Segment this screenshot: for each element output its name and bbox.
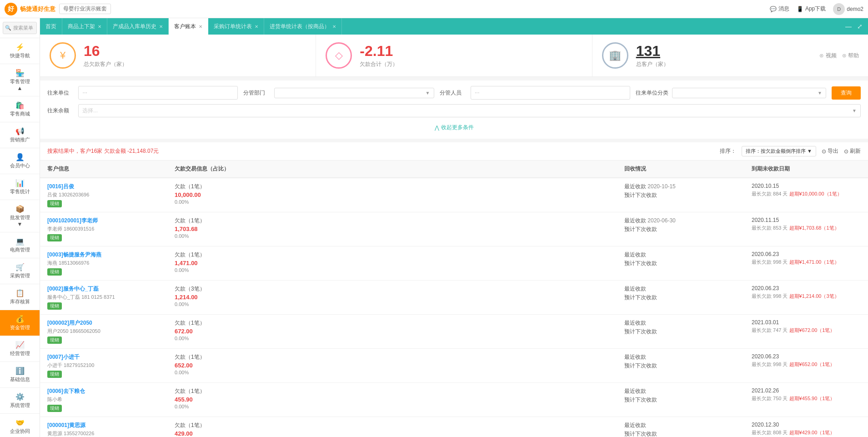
inventory-icon: 📋 [2, 289, 38, 297]
debt-amount-0[interactable]: 10,000.00 [175, 191, 624, 198]
unit-category-select[interactable]: ▼ [672, 88, 826, 98]
close-tab-customer-account[interactable]: ✕ [199, 24, 202, 29]
overdue-1: 最长欠款 853 天 超期¥1,703.68（1笔） [752, 225, 861, 231]
overdue-link-6[interactable]: 超期¥455.90（1笔） [789, 396, 835, 401]
filter-row-2: 往来余额 选择... ▼ [47, 104, 861, 117]
tab-product-status[interactable]: 商品上下架 ✕ [62, 18, 107, 35]
customer-name-7[interactable]: [000001]黄思源 [47, 422, 175, 429]
sidebar-item-retail-mgmt[interactable]: 🏪 零售管理 ▲ [0, 64, 40, 96]
sidebar-item-retail-stats[interactable]: 📊 零售统计 [0, 174, 40, 200]
close-tab-product-status[interactable]: ✕ [98, 24, 101, 29]
sidebar-item-quick-nav[interactable]: ⚡ 快捷导航 [0, 38, 40, 64]
debt-count-0: 欠款（1笔） [175, 183, 624, 191]
overdue-link-5[interactable]: 超期¥652.00（1笔） [789, 362, 835, 367]
debt-ratio-0: 0.00% [175, 199, 624, 205]
stat-info-debt: 16 总欠款客户（家） [84, 43, 127, 68]
user-menu[interactable]: D demo2 [833, 3, 863, 15]
export-btn[interactable]: ⊙ 导出 [822, 147, 838, 155]
retail-mall-icon: 🛍️ [2, 101, 38, 110]
customer-name-4[interactable]: [000002]用户2050 [47, 319, 175, 327]
payback-info-7: 最近收款 预计下次收款 [624, 422, 752, 437]
search-icon: 🔍 [5, 25, 11, 31]
search-button[interactable]: 查询 [832, 86, 861, 100]
message-btn[interactable]: 💬 消息 [770, 5, 789, 13]
tab-product-history[interactable]: 产成品入库单历史 ✕ [107, 18, 169, 35]
debt-amount-6[interactable]: 455.90 [175, 396, 624, 403]
customer-name-0[interactable]: [0016]吕俊 [47, 183, 175, 191]
debt-amount-5[interactable]: 652.00 [175, 362, 624, 369]
sidebar-item-operation-mgmt[interactable]: 📈 经营管理 [0, 336, 40, 362]
sidebar-item-system-mgmt[interactable]: ⚙️ 系统管理 [0, 388, 40, 414]
overdue-link-1[interactable]: 超期¥1,703.68（1笔） [789, 225, 839, 231]
customer-contact-0: 吕俊 13026203696 [47, 191, 175, 198]
marketing-icon: 📢 [2, 127, 38, 136]
debt-amount-7[interactable]: 429.00 [175, 430, 624, 437]
debt-amount-4[interactable]: 672.00 [175, 328, 624, 335]
sidebar-item-inventory[interactable]: 📋 库存核算 [0, 284, 40, 310]
duedate-info-1: 2020.11.15 最长欠款 853 天 超期¥1,703.68（1笔） [752, 217, 861, 231]
customer-name-6[interactable]: [0006]去下粮仓 [47, 387, 175, 395]
close-tab-purchase-summary[interactable]: ✕ [255, 24, 258, 29]
sidebar-item-basic-info[interactable]: ℹ️ 基础信息 [0, 362, 40, 388]
stat-label-total-customers: 总客户（家） [636, 60, 669, 68]
payback-info-1: 最近收款 2020-06-30 预计下次收款 [624, 217, 752, 234]
customer-info-6: [0006]去下粮仓 陈小希 现销 [47, 387, 175, 412]
overdue-0: 最长欠款 884 天 超期¥10,000.00（1笔） [752, 191, 861, 197]
collapse-filters-btn[interactable]: ⋀ 收起更多条件 [47, 122, 861, 133]
search-menu-btn[interactable]: 🔍 搜索菜单 [3, 22, 37, 34]
refresh-btn[interactable]: ⊙ 刷新 [844, 147, 861, 155]
message-icon: 💬 [770, 6, 777, 12]
operation-mgmt-icon: 📈 [2, 341, 38, 349]
customer-contact-1: 李老师 18600391516 [47, 226, 175, 232]
sidebar-item-member-center[interactable]: 👤 会员中心 [0, 148, 40, 174]
app-download-btn[interactable]: 📱 App下载 [797, 5, 826, 13]
customer-name-2[interactable]: [0003]畅捷服务尹海燕 [47, 251, 175, 259]
table-row: [0003]畅捷服务尹海燕 海燕 18513066976 现销 欠款（1笔） 1… [40, 246, 868, 281]
overdue-link-0[interactable]: 超期¥10,000.00（1笔） [789, 191, 842, 196]
balance-select[interactable]: 选择... ▼ [78, 104, 861, 117]
tab-purchase-summary[interactable]: 采购订单统计表 ✕ [208, 18, 264, 35]
next-collect-1: 预计下次收款 [624, 226, 752, 233]
video-btn[interactable]: ⊙ 视频 [819, 52, 836, 60]
table-row: [0006]去下粮仓 陈小希 现销 欠款（1笔） 455.90 0.00% 最近… [40, 383, 868, 417]
sidebar-item-marketing[interactable]: 📢 营销推广 [0, 122, 40, 148]
duedate-info-0: 2020.10.15 最长欠款 884 天 超期¥10,000.00（1笔） [752, 183, 861, 197]
quick-nav-icon: ⚡ [2, 43, 38, 51]
customer-info-3: [0002]服务中心_丁磊 服务中心_丁磊 181 0125 8371 现销 [47, 285, 175, 310]
dept-select[interactable]: ▼ [274, 88, 434, 98]
debt-amount-3[interactable]: 1,214.00 [175, 294, 624, 301]
sidebar-item-ecommerce[interactable]: 💻 电商管理 [0, 232, 40, 258]
customer-name-3[interactable]: [0002]服务中心_丁磊 [47, 285, 175, 293]
overdue-link-2[interactable]: 超期¥1,471.00（1笔） [789, 259, 839, 265]
customer-name-1[interactable]: [0001020001]李老师 [47, 217, 175, 225]
debt-amount-2[interactable]: 1,471.00 [175, 260, 624, 266]
overdue-link-7[interactable]: 超期¥429.00（1笔） [789, 430, 835, 435]
tab-purchase-stats[interactable]: 进货单统计表（按商品） ✕ [264, 18, 342, 35]
due-date-4: 2021.03.01 [752, 319, 861, 326]
customer-info-1: [0001020001]李老师 李老师 18600391516 现销 [47, 217, 175, 241]
tab-home[interactable]: 首页 [40, 18, 62, 35]
overdue-link-4[interactable]: 超期¥672.00（1笔） [789, 327, 835, 333]
help-btn[interactable]: ⊙ 帮助 [842, 52, 859, 60]
tab-customer-account[interactable]: 客户账本 ✕ [169, 18, 208, 35]
sort-select[interactable]: 排序：按欠款金额倒序排序 ▼ [742, 146, 816, 156]
manager-input[interactable]: ··· [471, 86, 630, 100]
source-unit-input[interactable]: ··· [78, 86, 238, 100]
sidebar-item-batch-mgmt[interactable]: 📦 批发管理 ▼ [0, 200, 40, 232]
close-tab-purchase-stats[interactable]: ✕ [332, 24, 336, 29]
overdue-link-3[interactable]: 超期¥1,214.00（3笔） [789, 293, 839, 299]
tab-maximize-btn[interactable]: ⤢ [855, 22, 864, 31]
sidebar-item-enterprise-coop[interactable]: 🤝 企业协同 [0, 414, 40, 437]
close-tab-product-history[interactable]: ✕ [159, 24, 163, 29]
debt-info-6: 欠款（1笔） 455.90 0.00% [175, 387, 624, 409]
debt-amount-1[interactable]: 1,703.68 [175, 226, 624, 232]
sidebar-item-retail-mall[interactable]: 🛍️ 零售商城 [0, 96, 40, 122]
duedate-info-7: 2020.12.30 最长欠款 808 天 超期¥429.00（1笔） [752, 422, 861, 436]
sidebar-item-capital-mgmt[interactable]: 💰 资金管理 [0, 310, 40, 336]
customer-tag-1: 现销 [47, 234, 62, 241]
customer-name-5[interactable]: [0007]小进千 [47, 353, 175, 361]
sidebar-item-purchase-mgmt[interactable]: 🛒 采购管理 [0, 258, 40, 284]
tab-minimize-btn[interactable]: — [843, 22, 853, 31]
company-selector[interactable]: 母婴行业演示账套 [59, 4, 111, 14]
debt-count-2: 欠款（1笔） [175, 251, 624, 259]
